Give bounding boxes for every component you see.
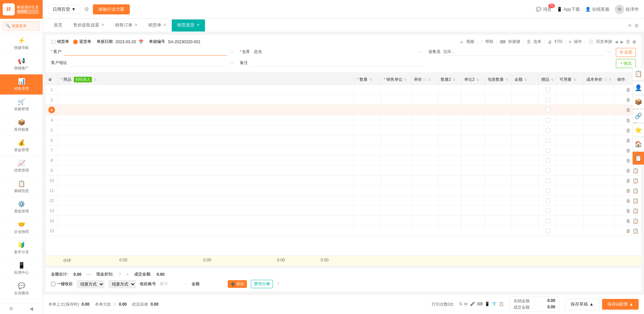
qty2-cell[interactable] xyxy=(438,155,461,166)
copy-row-icon[interactable]: 📋 xyxy=(633,198,638,203)
message-button[interactable]: 💬 消息 70 xyxy=(536,6,551,12)
cost-price-cell[interactable] xyxy=(584,176,614,186)
topbar-gear-icon[interactable]: ⚙ xyxy=(84,6,89,12)
product-cell[interactable] xyxy=(58,115,354,125)
sidebar-item-finance[interactable]: 💰 资金管理 xyxy=(0,136,43,156)
cost-price-cell[interactable] xyxy=(584,155,614,166)
qty-cell[interactable] xyxy=(354,105,381,115)
cost-price-cell[interactable] xyxy=(584,166,614,176)
available-cell[interactable] xyxy=(557,105,584,115)
available-cell[interactable] xyxy=(557,95,584,105)
unit-cell[interactable] xyxy=(381,115,411,125)
th-settings[interactable]: ⚙ xyxy=(46,75,58,85)
delete-row-icon[interactable]: 🗑 xyxy=(626,87,631,92)
tab-close-all-icon[interactable]: ✕ xyxy=(628,23,632,28)
gift-checkbox[interactable] xyxy=(545,98,550,102)
available-cell[interactable] xyxy=(557,145,584,155)
copy-row-icon[interactable]: 📋 xyxy=(633,218,638,224)
pack-sort-icon[interactable]: ⇅ xyxy=(505,78,508,81)
price-cell[interactable] xyxy=(411,145,438,155)
cost-price-cell[interactable] xyxy=(584,85,614,95)
list-view-icon[interactable]: ☰ xyxy=(626,40,630,44)
gift-cell[interactable] xyxy=(538,125,556,135)
price-cell[interactable] xyxy=(411,95,438,105)
float-btn-5[interactable]: ⭐ xyxy=(632,123,644,137)
cost-sort-icon[interactable]: ⇅ xyxy=(609,78,611,81)
float-btn-6[interactable]: 🏠 xyxy=(632,137,644,151)
price-cell[interactable] xyxy=(411,105,438,115)
unit2-cell[interactable] xyxy=(461,115,485,125)
amount-cell[interactable] xyxy=(512,105,538,115)
cost-price-cell[interactable] xyxy=(584,206,614,216)
amount-cell[interactable] xyxy=(512,166,538,176)
product-cell[interactable] xyxy=(58,206,354,216)
gift-cell[interactable] xyxy=(538,196,556,206)
available-cell[interactable] xyxy=(557,196,584,206)
gift-cell[interactable] xyxy=(538,186,556,196)
unit-cell[interactable] xyxy=(381,85,411,95)
gift-checkbox[interactable] xyxy=(545,128,550,133)
unit-cell[interactable] xyxy=(381,125,411,135)
tab-sales-order[interactable]: 销售订单 ✕ xyxy=(110,19,143,32)
unit-cell[interactable] xyxy=(381,145,411,155)
available-cell[interactable] xyxy=(557,115,584,125)
qty-cell[interactable] xyxy=(354,176,381,186)
amount-cell[interactable] xyxy=(512,135,538,145)
price-cell[interactable] xyxy=(411,115,438,125)
qty-cell[interactable] xyxy=(354,166,381,176)
amount-cell[interactable] xyxy=(512,145,538,155)
gift-checkbox[interactable] xyxy=(545,168,550,173)
product-input[interactable] xyxy=(61,108,351,112)
unit2-sort-icon[interactable]: ⇅ xyxy=(476,78,479,81)
copy-row-icon[interactable]: 📋 xyxy=(633,188,638,193)
product-cell[interactable] xyxy=(58,186,354,196)
pack-qty-cell[interactable] xyxy=(485,206,512,216)
price-cell[interactable] xyxy=(411,166,438,176)
gift-sort-icon[interactable]: ⇅ xyxy=(551,78,554,81)
qty-cell[interactable] xyxy=(354,196,381,206)
search-menu-button[interactable]: 🔍 搜索菜单 xyxy=(3,21,40,30)
gift-checkbox[interactable] xyxy=(545,229,550,233)
amount-sort-icon[interactable]: ⇅ xyxy=(524,78,527,81)
gift-cell[interactable] xyxy=(538,176,556,186)
float-btn-3[interactable]: 📦 xyxy=(632,95,644,109)
amount-cell[interactable] xyxy=(512,206,538,216)
qty2-cell[interactable] xyxy=(438,125,461,135)
price-cell[interactable] xyxy=(411,196,438,206)
unit2-cell[interactable] xyxy=(461,135,485,145)
delete-row-icon[interactable]: 🗑 xyxy=(626,198,631,203)
cost-price-cell[interactable] xyxy=(584,115,614,125)
sidebar-item-system[interactable]: ⚙️ 系统管理 xyxy=(0,197,43,217)
unit2-cell[interactable] xyxy=(461,145,485,155)
sidebar-item-base-info[interactable]: 📋 基础信息 xyxy=(0,177,43,197)
amount-cell[interactable] xyxy=(512,226,538,236)
gift-cell[interactable] xyxy=(538,85,556,95)
qty2-cell[interactable] xyxy=(438,145,461,155)
address-input[interactable] xyxy=(70,59,227,67)
qty2-cell[interactable] xyxy=(438,206,461,216)
warehouse-select-icon[interactable]: ··· xyxy=(419,49,423,55)
qty-cell[interactable] xyxy=(354,125,381,135)
delete-row-icon[interactable]: 🗑 xyxy=(626,228,631,234)
qty2-cell[interactable] xyxy=(438,226,461,236)
tab-close-price-setting[interactable]: ✕ xyxy=(101,23,104,27)
calendar-icon[interactable]: 📅 xyxy=(139,40,144,44)
prev-record-icon[interactable]: ◀ xyxy=(615,40,618,44)
available-cell[interactable] xyxy=(557,226,584,236)
qty2-cell[interactable] xyxy=(438,105,461,115)
amount-cell[interactable] xyxy=(512,125,538,135)
tab-sales-delivery[interactable]: 销货单 ✕ xyxy=(143,19,172,32)
qty2-cell[interactable] xyxy=(438,115,461,125)
available-sort-icon[interactable]: ⇅ xyxy=(574,78,576,81)
qty2-cell[interactable] xyxy=(438,196,461,206)
pack-qty-cell[interactable] xyxy=(485,226,512,236)
qty-cell[interactable] xyxy=(354,226,381,236)
unit-cell[interactable] xyxy=(381,216,411,226)
unit2-cell[interactable] xyxy=(461,155,485,166)
grid-view-icon[interactable]: ⊞ xyxy=(633,40,636,44)
copy-row-icon[interactable]: 📋 xyxy=(633,168,638,173)
float-btn-4[interactable]: 🔗 xyxy=(632,109,644,123)
unit2-cell[interactable] xyxy=(461,216,485,226)
price-cell[interactable] xyxy=(411,155,438,166)
pack-qty-cell[interactable] xyxy=(485,125,512,135)
